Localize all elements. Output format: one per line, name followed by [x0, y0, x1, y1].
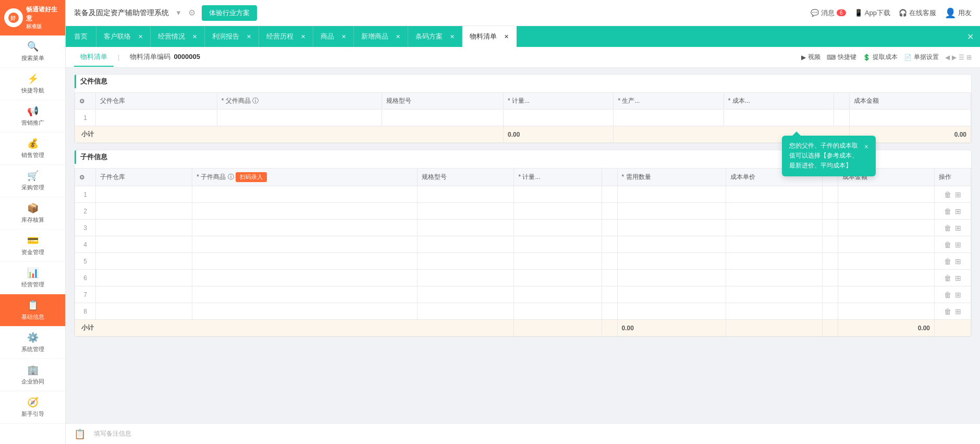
nav-right-icon[interactable]: ▶ [952, 54, 957, 61]
delete-icon-1[interactable]: 🗑 [944, 190, 951, 199]
copy-icon-8[interactable]: ⊞ [955, 307, 961, 316]
child-unit-8[interactable] [514, 303, 602, 320]
delete-icon-5[interactable]: 🗑 [944, 257, 951, 266]
trial-button[interactable]: 体验行业方案 [202, 5, 257, 21]
parent-unit-1[interactable] [504, 110, 614, 126]
nav-tab-close-history[interactable]: ✕ [301, 33, 305, 40]
nav-tab-close-new_goods[interactable]: ✕ [396, 33, 400, 40]
sidebar-item-marketing[interactable]: 📢 营销推广 [0, 100, 65, 133]
nav-tab-close-profit[interactable]: ✕ [247, 33, 251, 40]
child-unit-price-5[interactable] [726, 253, 822, 270]
child-unit-6[interactable] [514, 270, 602, 286]
child-spec-8[interactable] [418, 303, 514, 320]
nav-tab-bom[interactable]: 物料清单✕ [462, 26, 517, 47]
child-unit-5[interactable] [514, 253, 602, 270]
child-warehouse-4[interactable] [96, 236, 192, 253]
sub-tab-bom-list[interactable]: 物料清单 [74, 48, 114, 67]
sidebar-item-basic[interactable]: 📋 基础信息 [0, 294, 65, 327]
nav-tab-close-goods[interactable]: ✕ [341, 33, 346, 40]
parent-spec-1[interactable] [382, 110, 504, 126]
single-settings-btn[interactable]: 📄 单据设置 [904, 53, 939, 62]
child-warehouse-7[interactable] [96, 286, 192, 303]
child-product-4[interactable] [192, 236, 418, 253]
sidebar-item-quick_nav[interactable]: ⚡ 快捷导航 [0, 68, 65, 100]
sidebar-item-corp[interactable]: 🏢 企业协同 [0, 359, 65, 391]
parent-production-1[interactable] [614, 110, 724, 126]
delete-icon-4[interactable]: 🗑 [944, 241, 951, 249]
nav-tab-close-bom[interactable]: ✕ [504, 33, 509, 40]
sidebar-item-search[interactable]: 🔍 搜索菜单 [0, 35, 65, 68]
child-product-1[interactable] [192, 186, 418, 203]
nav-tab-profit[interactable]: 利润报告✕ [205, 26, 259, 47]
nav-tab-history[interactable]: 经营历程✕ [259, 26, 313, 47]
child-warehouse-2[interactable] [96, 203, 192, 220]
child-qty-3[interactable] [617, 220, 726, 236]
nav-tab-close-barcode[interactable]: ✕ [450, 33, 455, 40]
child-product-7[interactable] [192, 286, 418, 303]
delete-icon-2[interactable]: 🗑 [944, 207, 951, 215]
child-product-2[interactable] [192, 203, 418, 220]
child-unit-price-1[interactable] [726, 186, 822, 203]
child-qty-5[interactable] [617, 253, 726, 270]
shortcut-btn[interactable]: ⌨ 快捷键 [827, 53, 856, 62]
child-warehouse-3[interactable] [96, 220, 192, 236]
delete-icon-6[interactable]: 🗑 [944, 274, 951, 282]
child-unit-price-7[interactable] [726, 286, 822, 303]
child-unit-price-2[interactable] [726, 203, 822, 220]
nav-tab-new_goods[interactable]: 新增商品✕ [354, 26, 408, 47]
child-unit-price-8[interactable] [726, 303, 822, 320]
extract-cost-btn[interactable]: 💲 提取成本 [863, 53, 898, 62]
nav-tab-goods[interactable]: 商品✕ [313, 26, 354, 47]
child-product-5[interactable] [192, 253, 418, 270]
child-unit-price-3[interactable] [726, 220, 822, 236]
child-unit-3[interactable] [514, 220, 602, 236]
child-qty-6[interactable] [617, 270, 726, 286]
child-unit-price-4[interactable] [726, 236, 822, 253]
parent-product-1[interactable] [217, 110, 382, 126]
nav-left-icon[interactable]: ◀ [945, 54, 950, 61]
child-product-6[interactable] [192, 270, 418, 286]
view-btn[interactable]: ▶ 视频 [801, 53, 820, 62]
delete-icon-7[interactable]: 🗑 [944, 291, 951, 299]
expand-icon[interactable]: ⊞ [966, 54, 972, 61]
child-qty-2[interactable] [617, 203, 726, 220]
menu-icon[interactable]: ☰ [959, 54, 964, 61]
sidebar-item-guide[interactable]: 🧭 新手引导 [0, 391, 65, 424]
nav-tab-close-customer[interactable]: ✕ [138, 33, 143, 40]
tooltip-close-btn[interactable]: × [864, 141, 868, 152]
child-spec-6[interactable] [418, 270, 514, 286]
child-warehouse-1[interactable] [96, 186, 192, 203]
copy-icon-7[interactable]: ⊞ [955, 291, 961, 299]
child-unit-1[interactable] [514, 186, 602, 203]
sidebar-item-sales[interactable]: 💰 销售管理 [0, 133, 65, 165]
copy-icon-2[interactable]: ⊞ [955, 207, 961, 215]
nav-close-btn[interactable]: ✕ [961, 32, 980, 42]
sidebar-item-system[interactable]: ⚙️ 系统管理 [0, 327, 65, 359]
sidebar-item-finance[interactable]: 💳 资金管理 [0, 230, 65, 262]
child-unit-2[interactable] [514, 203, 602, 220]
child-unit-price-6[interactable] [726, 270, 822, 286]
parent-warehouse-1[interactable] [96, 110, 217, 126]
copy-icon-4[interactable]: ⊞ [955, 241, 961, 249]
delete-icon-3[interactable]: 🗑 [944, 224, 951, 232]
child-qty-8[interactable] [617, 303, 726, 320]
copy-icon-6[interactable]: ⊞ [955, 274, 961, 282]
child-unit-4[interactable] [514, 236, 602, 253]
sidebar-item-operation[interactable]: 📊 经营管理 [0, 262, 65, 294]
child-unit-7[interactable] [514, 286, 602, 303]
child-product-8[interactable] [192, 303, 418, 320]
app-download-item[interactable]: 📱 App下载 [854, 8, 890, 18]
user-item[interactable]: 👤 用友 [945, 7, 972, 19]
nav-tab-operations[interactable]: 经营情况✕ [151, 26, 205, 47]
settings-icon[interactable]: ⚙ [188, 8, 195, 18]
child-qty-4[interactable] [617, 236, 726, 253]
nav-tab-barcode[interactable]: 条码方案✕ [408, 26, 462, 47]
child-spec-2[interactable] [418, 203, 514, 220]
nav-tab-home[interactable]: 首页 [66, 26, 96, 47]
child-warehouse-6[interactable] [96, 270, 192, 286]
child-spec-4[interactable] [418, 236, 514, 253]
nav-tab-customer[interactable]: 客户联络✕ [96, 26, 151, 47]
child-qty-1[interactable] [617, 186, 726, 203]
sidebar-item-inventory[interactable]: 📦 库存核算 [0, 197, 65, 230]
dropdown-icon[interactable]: ▼ [175, 9, 182, 17]
